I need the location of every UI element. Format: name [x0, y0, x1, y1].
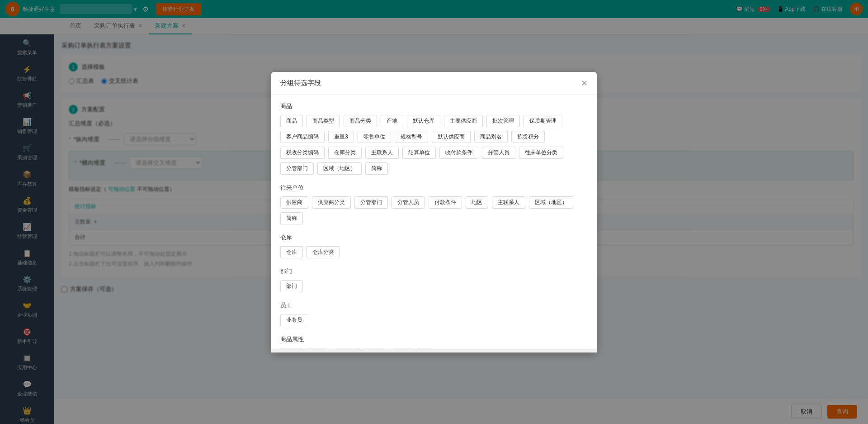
field-tag-warehouse-category[interactable]: 仓库分类: [328, 147, 362, 159]
field-tag-salesperson[interactable]: 业务员: [280, 314, 308, 326]
field-tag-batch-management[interactable]: 批次管理: [486, 115, 520, 127]
modal-horizontal-scrollbar[interactable]: [271, 349, 597, 353]
employee-field-tags: 业务员: [280, 314, 588, 326]
goods-attr-section-title: 商品属性: [280, 335, 588, 343]
field-tag-goods[interactable]: 商品: [280, 115, 303, 127]
employee-section-title: 员工: [280, 301, 588, 310]
field-tag-expiry-management[interactable]: 保质期管理: [524, 115, 562, 127]
field-tag-settlement-unit[interactable]: 结算单位: [402, 147, 436, 159]
modal-overlay[interactable]: 分组待选字段 ✕ 商品 商品 商品类型 商品分类 产地 默认仓库 主要供应商 批…: [0, 0, 868, 424]
field-tag-partner-category[interactable]: 往来单位分类: [519, 147, 563, 159]
field-tag-default-warehouse[interactable]: 默认仓库: [407, 115, 440, 127]
field-tag-supplier[interactable]: 供应商: [280, 196, 308, 209]
partner-section-title: 往来单位: [280, 184, 588, 192]
field-tag-supplier-category[interactable]: 供应商分类: [312, 196, 351, 209]
field-tag-main-supplier[interactable]: 主要供应商: [444, 115, 483, 127]
field-tag-goods-type[interactable]: 商品类型: [307, 115, 340, 127]
modal-title: 分组待选字段: [280, 79, 321, 87]
warehouse-field-tags: 仓库 仓库分类: [280, 246, 588, 258]
dept-section-title: 部门: [280, 267, 588, 276]
field-section-department: 部门 部门: [280, 267, 588, 292]
field-tag-area[interactable]: 地区: [466, 196, 488, 209]
field-tag-warehouse[interactable]: 仓库: [280, 246, 303, 258]
field-tag-region-partner[interactable]: 区域（地区）: [529, 196, 573, 209]
field-tag-dept-managed[interactable]: 分管部门: [280, 162, 314, 175]
field-tag-pay-conditions[interactable]: 付款条件: [429, 196, 462, 209]
field-tag-goods-category[interactable]: 商品分类: [344, 115, 377, 127]
field-tag-short-name[interactable]: 简称: [365, 162, 388, 175]
goods-field-tags: 商品 商品类型 商品分类 产地 默认仓库 主要供应商 批次管理 保质期管理 客户…: [280, 115, 588, 175]
field-tag-managed-person[interactable]: 分管人员: [392, 196, 425, 209]
modal-close-button[interactable]: ✕: [581, 78, 588, 88]
field-section-goods: 商品 商品 商品类型 商品分类 产地 默认仓库 主要供应商 批次管理 保质期管理…: [280, 102, 588, 175]
field-section-employee: 员工 业务员: [280, 301, 588, 326]
field-tag-main-contact-partner[interactable]: 主联系人: [492, 196, 525, 209]
goods-section-title: 商品: [280, 102, 588, 110]
warehouse-section-title: 仓库: [280, 233, 588, 242]
field-tag-dept[interactable]: 部门: [280, 280, 303, 292]
field-section-partner: 往来单位 供应商 供应商分类 分管部门 分管人员 付款条件 地区 主联系人 区域…: [280, 184, 588, 224]
field-tag-region[interactable]: 区域（地区）: [317, 162, 362, 175]
field-tag-origin[interactable]: 产地: [381, 115, 403, 127]
field-tag-retail-unit[interactable]: 零售单位: [358, 131, 391, 143]
field-tag-payment-terms[interactable]: 收付款条件: [439, 147, 478, 159]
field-section-warehouse: 仓库 仓库 仓库分类: [280, 233, 588, 258]
field-tag-manager[interactable]: 分管人员: [482, 147, 515, 159]
field-tag-warehouse-cat[interactable]: 仓库分类: [307, 246, 340, 258]
field-select-modal: 分组待选字段 ✕ 商品 商品 商品类型 商品分类 产地 默认仓库 主要供应商 批…: [271, 72, 597, 353]
partner-field-tags: 供应商 供应商分类 分管部门 分管人员 付款条件 地区 主联系人 区域（地区） …: [280, 196, 588, 224]
dept-field-tags: 部门: [280, 280, 588, 292]
field-tag-managed-dept[interactable]: 分管部门: [354, 196, 388, 209]
field-tag-spec-model[interactable]: 规格型号: [395, 131, 428, 143]
field-section-goods-attr: 商品属性 属性 颜色 多规格 尺码 鞋码 1: [280, 335, 588, 349]
field-tag-main-contact[interactable]: 主联系人: [365, 147, 399, 159]
field-tag-tax-code[interactable]: 税收分类编码: [280, 147, 325, 159]
field-tag-customer-goods-code[interactable]: 客户商品编码: [280, 131, 325, 143]
field-tag-pick-points[interactable]: 拣货积分: [511, 131, 545, 143]
field-tag-goods-alias[interactable]: 商品别名: [474, 131, 508, 143]
modal-body: 商品 商品 商品类型 商品分类 产地 默认仓库 主要供应商 批次管理 保质期管理…: [271, 95, 597, 349]
field-tag-default-supplier[interactable]: 默认供应商: [432, 131, 471, 143]
modal-header: 分组待选字段 ✕: [271, 72, 597, 95]
field-tag-weight3[interactable]: 重量3: [328, 131, 354, 143]
field-tag-short-name-partner[interactable]: 简称: [280, 212, 303, 224]
